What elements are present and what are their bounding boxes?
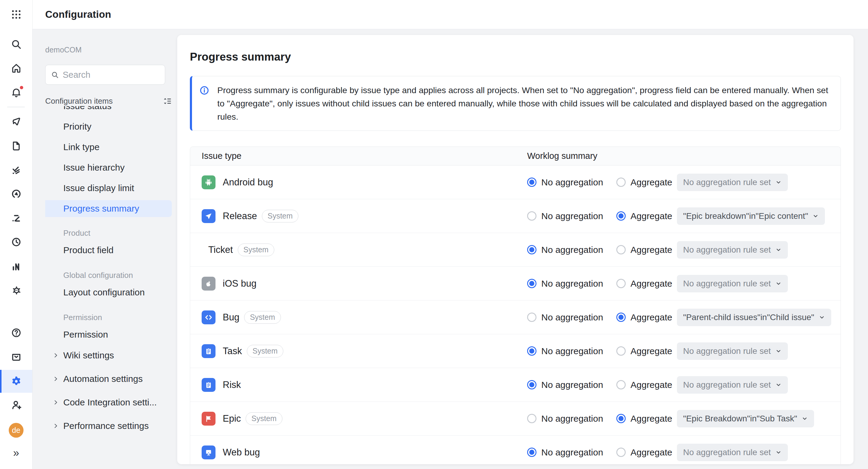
no-aggregation-radio[interactable]: No aggregation — [527, 346, 616, 356]
app-grid-icon[interactable] — [0, 3, 32, 26]
report-icon[interactable] — [0, 255, 32, 278]
radio-icon[interactable] — [527, 211, 536, 221]
sidebar-search[interactable] — [45, 65, 165, 85]
sidebar-item-progress-summary[interactable]: Progress summary — [45, 200, 172, 217]
no-aggregation-radio[interactable]: No aggregation — [527, 279, 616, 289]
radio-icon[interactable] — [527, 279, 536, 288]
sidebar-item-pipeline-integration-se[interactable]: Pipeline Integration se... — [45, 438, 172, 439]
sidebar-item-permission[interactable]: Permission — [45, 325, 172, 344]
settings-icon[interactable] — [0, 370, 32, 393]
no-aggregation-radio[interactable]: No aggregation — [527, 177, 616, 187]
column-header-worklog-summary: Worklog summary — [527, 151, 597, 161]
test-icon[interactable] — [0, 279, 32, 302]
radio-icon[interactable] — [616, 245, 626, 254]
aggregation-rule-dropdown[interactable]: "Parent-child issues"in"Child issue" — [677, 309, 831, 326]
clipboard-icon — [202, 378, 216, 392]
aggregation-rule-value: No aggregation rule set — [683, 279, 771, 288]
aggregation-rule-value: "Epic Breakdown"in"Sub Task" — [683, 414, 797, 424]
aggregate-radio[interactable]: Aggregate — [616, 279, 672, 289]
feedback-icon[interactable] — [0, 345, 32, 368]
aggregation-rule-value: No aggregation rule set — [683, 178, 771, 187]
radio-icon[interactable] — [527, 380, 536, 389]
sidebar-group-permission: Permission — [45, 309, 184, 325]
issue-type-name: Ticket — [208, 245, 233, 255]
okr-icon[interactable] — [0, 182, 32, 205]
home-icon[interactable] — [0, 57, 32, 80]
aggregate-radio[interactable]: Aggregate — [616, 447, 672, 458]
radio-icon[interactable] — [616, 178, 626, 187]
radio-icon[interactable] — [527, 245, 536, 254]
aggregation-rule-dropdown[interactable]: No aggregation rule set — [677, 342, 787, 360]
aggregation-rule-dropdown[interactable]: No aggregation rule set — [677, 444, 787, 461]
sidebar-item-layout-configuration[interactable]: Layout configuration — [45, 283, 172, 302]
sort-icon[interactable] — [162, 96, 172, 106]
aggregate-radio[interactable]: Aggregate — [616, 312, 672, 322]
sidebar-item-issue-status[interactable]: Issue status — [45, 106, 172, 116]
sidebar-item-link-type[interactable]: Link type — [45, 137, 172, 157]
invite-member-icon[interactable] — [0, 394, 32, 416]
table-row: Risk No aggregation Aggregate No aggrega… — [190, 368, 841, 402]
aggregation-rule-dropdown[interactable]: No aggregation rule set — [677, 376, 787, 394]
info-banner-text: Progress summary is configurable by issu… — [217, 84, 829, 123]
radio-icon[interactable] — [527, 346, 536, 356]
radio-icon[interactable] — [616, 380, 626, 389]
workflow-icon[interactable] — [0, 207, 32, 230]
sidebar-item-wiki-settings[interactable]: Wiki settings — [45, 344, 172, 367]
radio-icon[interactable] — [616, 346, 626, 356]
aggregation-rule-dropdown[interactable]: No aggregation rule set — [677, 174, 787, 191]
no-aggregation-radio[interactable]: No aggregation — [527, 245, 616, 255]
table-header-row: Issue type Worklog summary — [190, 147, 841, 165]
aggregate-radio[interactable]: Aggregate — [616, 380, 672, 390]
collapse-rail-icon[interactable]: » — [0, 442, 32, 465]
monitor-icon — [202, 445, 216, 459]
sidebar-item-performance-settings[interactable]: Performance settings — [45, 414, 172, 438]
radio-icon[interactable] — [527, 447, 536, 457]
delivery-icon[interactable] — [0, 110, 32, 133]
radio-icon[interactable] — [527, 178, 536, 187]
sidebar-item-issue-hierarchy[interactable]: Issue hierarchy — [45, 157, 172, 178]
sidebar-nav-list: Issue statusPriorityLink typeIssue hiera… — [45, 106, 184, 439]
no-aggregation-radio[interactable]: No aggregation — [527, 413, 616, 424]
sidebar-item-automation-settings[interactable]: Automation settings — [45, 367, 172, 390]
aggregate-radio[interactable]: Aggregate — [616, 413, 672, 424]
configuration-items-label: Configuration items — [45, 96, 113, 106]
time-icon[interactable] — [0, 230, 32, 253]
aggregation-rule-dropdown[interactable]: "Epic Breakdown"in"Sub Task" — [677, 410, 814, 428]
radio-icon[interactable] — [527, 414, 536, 423]
radio-icon[interactable] — [616, 211, 626, 221]
system-badge: System — [246, 412, 282, 425]
chevron-down-icon — [775, 449, 782, 456]
radio-icon[interactable] — [616, 279, 626, 288]
aggregate-radio[interactable]: Aggregate — [616, 211, 672, 221]
sidebar-item-issue-display-limit[interactable]: Issue display limit — [45, 178, 172, 198]
radio-icon[interactable] — [527, 313, 536, 322]
search-icon[interactable] — [0, 33, 32, 56]
flag-icon — [202, 412, 216, 426]
chevron-right-icon — [53, 399, 59, 406]
radio-icon[interactable] — [616, 447, 626, 457]
search-input[interactable] — [63, 70, 159, 80]
aggregation-rule-dropdown[interactable]: "Epic breakdown"in"Epic content" — [677, 207, 825, 225]
user-avatar[interactable]: de — [0, 419, 32, 442]
aggregation-rule-dropdown[interactable]: No aggregation rule set — [677, 275, 787, 292]
no-aggregation-radio[interactable]: No aggregation — [527, 312, 616, 322]
file-export-icon[interactable] — [0, 134, 32, 157]
sidebar-item-code-integration-setti[interactable]: Code Integration setti... — [45, 390, 172, 414]
no-aggregation-radio[interactable]: No aggregation — [527, 211, 616, 221]
system-badge: System — [238, 244, 274, 256]
aggregate-radio[interactable]: Aggregate — [616, 346, 672, 356]
notifications-icon[interactable] — [0, 81, 32, 104]
aggregate-radio[interactable]: Aggregate — [616, 177, 672, 187]
no-aggregation-radio[interactable]: No aggregation — [527, 447, 616, 458]
sidebar-item-product-field[interactable]: Product field — [45, 241, 172, 259]
chevron-down-icon — [775, 382, 782, 388]
info-icon — [199, 85, 210, 97]
sidebar-item-priority[interactable]: Priority — [45, 116, 172, 137]
radio-icon[interactable] — [616, 414, 626, 423]
help-icon[interactable] — [0, 321, 32, 344]
no-aggregation-radio[interactable]: No aggregation — [527, 380, 616, 390]
approvals-icon[interactable] — [0, 159, 32, 182]
radio-icon[interactable] — [616, 313, 626, 322]
aggregate-radio[interactable]: Aggregate — [616, 245, 672, 255]
aggregation-rule-dropdown[interactable]: No aggregation rule set — [677, 241, 787, 259]
